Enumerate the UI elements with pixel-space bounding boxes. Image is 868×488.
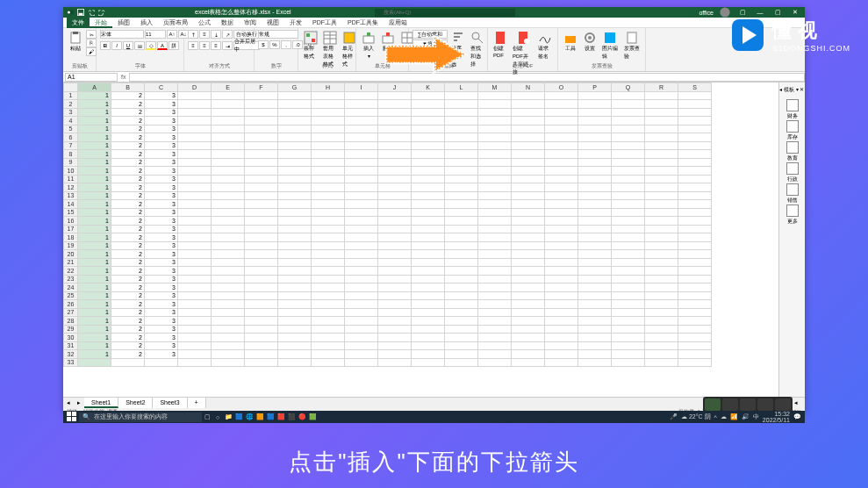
cell-K12[interactable]	[412, 183, 445, 192]
cell-P12[interactable]	[578, 183, 612, 192]
cell-E13[interactable]	[212, 191, 245, 200]
float-btn-1[interactable]	[705, 398, 721, 411]
fill-color-icon[interactable]: ◇	[146, 41, 156, 50]
cell-R25[interactable]	[645, 291, 678, 300]
cell-D3[interactable]	[178, 108, 212, 117]
cell-F30[interactable]	[245, 334, 278, 342]
cell-P28[interactable]	[578, 317, 612, 326]
cell-R1[interactable]	[645, 91, 678, 100]
cell-M5[interactable]	[478, 125, 512, 133]
border-icon[interactable]: ⊞	[134, 41, 145, 50]
cell-P15[interactable]	[578, 208, 612, 217]
row-header-33[interactable]: 33	[64, 358, 78, 367]
cell-K26[interactable]	[412, 300, 445, 309]
cell-S14[interactable]	[678, 200, 712, 209]
cell-G30[interactable]	[278, 334, 312, 342]
row-header-24[interactable]: 24	[64, 283, 78, 292]
row-header-16[interactable]: 16	[64, 217, 78, 226]
cell-D30[interactable]	[178, 334, 212, 342]
row-header-31[interactable]: 31	[64, 341, 78, 350]
cell-H3[interactable]	[312, 108, 345, 117]
cell-P20[interactable]	[578, 250, 612, 259]
cell-S33[interactable]	[678, 358, 712, 367]
cell-M4[interactable]	[478, 117, 512, 126]
start-button[interactable]	[67, 412, 77, 422]
cell-P5[interactable]	[578, 125, 612, 133]
cell-F4[interactable]	[245, 117, 278, 126]
cell-K16[interactable]	[412, 217, 445, 226]
column-header-G[interactable]: G	[278, 83, 312, 92]
cell-C1[interactable]: 3	[145, 91, 178, 100]
cell-B29[interactable]: 2	[111, 325, 145, 334]
cell-H2[interactable]	[312, 100, 345, 109]
cell-C13[interactable]: 3	[145, 191, 178, 200]
cell-M7[interactable]	[478, 141, 512, 150]
cell-F14[interactable]	[245, 200, 278, 209]
settings-button[interactable]: 设置	[581, 30, 599, 54]
cell-O19[interactable]	[545, 241, 578, 250]
cell-P19[interactable]	[578, 241, 612, 250]
cell-K14[interactable]	[412, 200, 445, 209]
cell-R4[interactable]	[645, 117, 678, 126]
sheet-tab-2[interactable]: Sheet2	[118, 398, 153, 408]
cell-I16[interactable]	[345, 217, 378, 226]
cell-R27[interactable]	[645, 308, 678, 317]
cell-N29[interactable]	[512, 325, 545, 334]
cell-P1[interactable]	[578, 91, 612, 100]
cell-M16[interactable]	[478, 217, 512, 226]
cell-L33[interactable]	[445, 358, 478, 367]
column-header-D[interactable]: D	[178, 83, 212, 92]
cell-N3[interactable]	[512, 108, 545, 117]
cell-Q17[interactable]	[612, 225, 645, 233]
cell-Q23[interactable]	[612, 275, 645, 283]
row-header-11[interactable]: 11	[64, 175, 78, 183]
cell-F21[interactable]	[245, 258, 278, 267]
cell-N11[interactable]	[512, 175, 545, 183]
cell-O30[interactable]	[545, 334, 578, 342]
cell-J1[interactable]	[378, 91, 412, 100]
cell-P10[interactable]	[578, 167, 612, 176]
cell-G25[interactable]	[278, 291, 312, 300]
cell-D8[interactable]	[178, 150, 212, 159]
cell-G1[interactable]	[278, 91, 312, 100]
float-btn-3[interactable]	[740, 398, 756, 411]
cell-A30[interactable]: 1	[78, 334, 111, 342]
cell-D29[interactable]	[178, 325, 212, 334]
row-header-29[interactable]: 29	[64, 325, 78, 334]
cell-K21[interactable]	[412, 258, 445, 267]
cell-A5[interactable]: 1	[78, 125, 111, 133]
cell-S20[interactable]	[678, 250, 712, 259]
cell-Q30[interactable]	[612, 334, 645, 342]
cell-G32[interactable]	[278, 350, 312, 359]
cell-C30[interactable]: 3	[145, 334, 178, 342]
cell-K23[interactable]	[412, 275, 445, 283]
align-left-icon[interactable]: ≡	[188, 41, 198, 50]
cell-R17[interactable]	[645, 225, 678, 233]
weather-widget[interactable]: ☁ 22°C 阴	[681, 413, 711, 421]
cell-H29[interactable]	[312, 325, 345, 334]
cell-E20[interactable]	[212, 250, 245, 259]
cell-S19[interactable]	[678, 241, 712, 250]
row-header-2[interactable]: 2	[64, 100, 78, 109]
cell-M12[interactable]	[478, 183, 512, 192]
cell-J22[interactable]	[378, 267, 412, 276]
cell-C4[interactable]: 3	[145, 117, 178, 126]
user-avatar-icon[interactable]	[719, 8, 731, 17]
cell-K13[interactable]	[412, 191, 445, 200]
cell-G3[interactable]	[278, 108, 312, 117]
cell-N9[interactable]	[512, 158, 545, 167]
cell-R10[interactable]	[645, 167, 678, 176]
cell-P2[interactable]	[578, 100, 612, 109]
cell-O31[interactable]	[545, 341, 578, 350]
cell-B14[interactable]: 2	[111, 200, 145, 209]
cell-F32[interactable]	[245, 350, 278, 359]
cell-E28[interactable]	[212, 317, 245, 326]
cell-N24[interactable]	[512, 283, 545, 292]
align-middle-icon[interactable]: ≡	[199, 30, 210, 39]
cell-A3[interactable]: 1	[78, 108, 111, 117]
cell-L4[interactable]	[445, 117, 478, 126]
cell-N33[interactable]	[512, 358, 545, 367]
chevron-down-icon[interactable]: ▾	[368, 53, 370, 59]
cell-Q29[interactable]	[612, 325, 645, 334]
cell-K29[interactable]	[412, 325, 445, 334]
